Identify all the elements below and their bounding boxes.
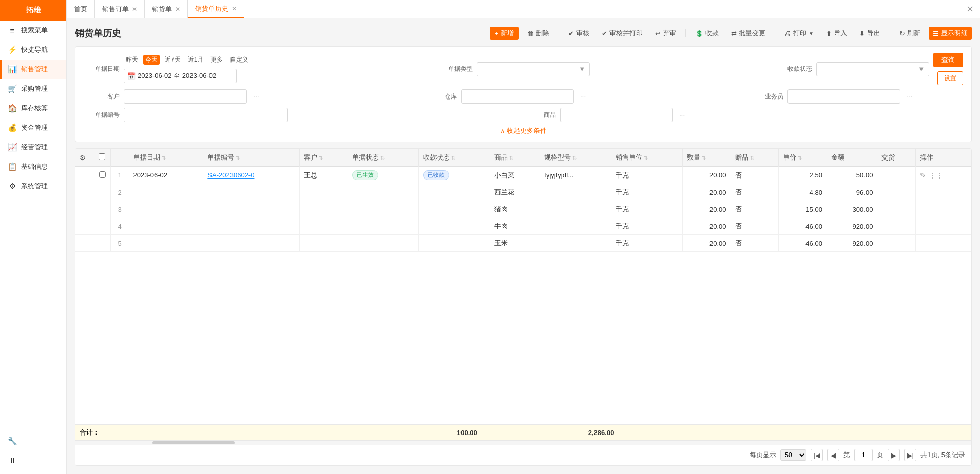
doc-status-sort-icon[interactable]: ⇅ <box>380 155 385 161</box>
doc-no-sort-icon[interactable]: ⇅ <box>236 155 240 161</box>
tab-sales-delivery-close-icon[interactable]: ✕ <box>175 6 180 13</box>
doc-type-select[interactable]: ▼ <box>477 62 590 76</box>
cell-doc-no[interactable] <box>203 218 300 235</box>
doc-no-link[interactable]: SA-20230602-0 <box>207 171 254 179</box>
sidebar-item-finance[interactable]: 💰 资金管理 <box>0 118 66 137</box>
scrollbar-thumb[interactable] <box>152 441 235 444</box>
cell-doc-no[interactable] <box>203 235 300 252</box>
sidebar-item-inventory[interactable]: 🏠 库存核算 <box>0 98 66 118</box>
tab-sales-history-close-icon[interactable]: ✕ <box>232 5 237 12</box>
sidebar-item-purchase-mgmt[interactable]: 🛒 采购管理 <box>0 79 66 98</box>
query-button[interactable]: 查询 <box>933 53 963 67</box>
date-shortcut-7days[interactable]: 近7天 <box>163 55 183 65</box>
sidebar-item-basic-info[interactable]: 📋 基础信息 <box>0 157 66 176</box>
close-all-tabs-button[interactable]: ✕ <box>960 4 980 15</box>
cell-doc-no[interactable]: SA-20230602-0 <box>203 167 300 184</box>
add-button[interactable]: + 新增 <box>490 27 520 40</box>
sidebar-item-quick-nav[interactable]: ⚡ 快捷导航 <box>0 40 66 60</box>
show-detail-button[interactable]: ☰ 显示明细 <box>929 27 972 40</box>
pay-status-select[interactable]: ▼ <box>816 62 929 76</box>
date-shortcut-yesterday[interactable]: 昨天 <box>124 55 140 65</box>
cell-checkbox[interactable] <box>94 218 110 235</box>
th-pay-status[interactable]: 收款状态 ⇅ <box>419 149 490 167</box>
import-button[interactable]: ⬆ 导入 <box>822 27 851 40</box>
page-size-select[interactable]: 50 100 200 <box>780 449 806 461</box>
refresh-button[interactable]: ↻ 刷新 <box>895 27 925 40</box>
unit-sort-icon[interactable]: ⇅ <box>644 155 648 161</box>
sidebar-item-ops-mgmt[interactable]: 📈 经营管理 <box>0 137 66 157</box>
customer-sort-icon[interactable]: ⇅ <box>319 155 323 161</box>
add-icon: + <box>495 30 499 37</box>
delete-button[interactable]: 🗑 删除 <box>523 27 553 40</box>
doc-date-sort-icon[interactable]: ⇅ <box>162 155 166 161</box>
th-qty[interactable]: 数量 ⇅ <box>682 149 731 167</box>
th-checkbox[interactable] <box>94 149 110 167</box>
sidebar-item-sales-mgmt[interactable]: 📊 销售管理 <box>0 60 66 79</box>
sidebar-item-search-menu[interactable]: ≡ 搜索菜单 <box>0 21 66 40</box>
goods-input[interactable] <box>560 108 673 122</box>
page-input[interactable] <box>854 449 873 461</box>
date-shortcut-custom[interactable]: 自定义 <box>228 55 251 65</box>
qty-sort-icon[interactable]: ⇅ <box>702 155 706 161</box>
th-settings[interactable]: ⚙ <box>75 149 94 167</box>
date-shortcut-1month[interactable]: 近1月 <box>186 55 206 65</box>
goods-sort-icon[interactable]: ⇅ <box>509 155 513 161</box>
cell-checkbox[interactable] <box>94 201 110 218</box>
pay-status-sort-icon[interactable]: ⇅ <box>451 155 455 161</box>
cell-checkbox[interactable] <box>94 184 110 201</box>
batch-change-button[interactable]: ⇄ 批量变更 <box>727 27 770 40</box>
date-shortcut-today[interactable]: 今天 <box>143 55 160 65</box>
tab-sales-delivery[interactable]: 销货单 ✕ <box>145 0 188 18</box>
spec-sort-icon[interactable]: ⇅ <box>572 155 577 161</box>
th-gift[interactable]: 赠品 ⇅ <box>731 149 779 167</box>
edit-action-icon[interactable]: ✎ <box>920 171 926 180</box>
setting-button[interactable]: 设置 <box>937 71 963 85</box>
customer-ellipsis[interactable]: ··· <box>253 92 259 101</box>
price-sort-icon[interactable]: ⇅ <box>798 155 802 161</box>
audit-print-button[interactable]: ✔ 审核并打印 <box>598 27 647 40</box>
staff-input[interactable] <box>787 89 900 104</box>
sidebar-bottom-collapse[interactable]: ⏸ <box>0 451 66 470</box>
th-goods[interactable]: 商品 ⇅ <box>490 149 540 167</box>
first-page-button[interactable]: |◀ <box>811 449 823 461</box>
cell-doc-no[interactable] <box>203 201 300 218</box>
th-doc-date[interactable]: 单据日期 ⇅ <box>129 149 203 167</box>
more-action-icon[interactable]: ⋮⋮ <box>929 171 944 180</box>
date-shortcut-more[interactable]: 更多 <box>208 55 225 65</box>
cell-checkbox[interactable] <box>94 235 110 252</box>
tab-sales-order[interactable]: 销售订单 ✕ <box>95 0 145 18</box>
docno-input[interactable] <box>124 108 288 122</box>
sidebar-item-label: 基础信息 <box>21 162 48 171</box>
print-button[interactable]: 🖨 打印 ▼ <box>780 27 818 40</box>
collapse-filter-link[interactable]: ∧ 收起更多条件 <box>500 126 547 135</box>
cell-checkbox[interactable] <box>94 167 110 184</box>
collect-button[interactable]: 💲 收款 <box>691 27 723 40</box>
tab-sales-history[interactable]: 销货单历史 ✕ <box>188 0 244 18</box>
warehouse-ellipsis[interactable]: ··· <box>580 92 586 101</box>
staff-ellipsis[interactable]: ··· <box>907 92 913 101</box>
th-doc-status[interactable]: 单据状态 ⇅ <box>348 149 419 167</box>
prev-page-button[interactable]: ◀ <box>827 449 839 461</box>
goods-ellipsis[interactable]: ··· <box>679 111 685 119</box>
th-doc-no[interactable]: 单据编号 ⇅ <box>203 149 300 167</box>
cell-doc-no[interactable] <box>203 184 300 201</box>
th-price[interactable]: 单价 ⇅ <box>779 149 827 167</box>
th-spec[interactable]: 规格型号 ⇅ <box>540 149 611 167</box>
warehouse-input[interactable] <box>461 89 574 104</box>
next-page-button[interactable]: ▶ <box>888 449 900 461</box>
export-button[interactable]: ⬇ 导出 <box>855 27 885 40</box>
tab-sales-order-close-icon[interactable]: ✕ <box>132 6 137 13</box>
row-checkbox[interactable] <box>99 171 106 178</box>
last-page-button[interactable]: ▶| <box>904 449 916 461</box>
customer-input[interactable] <box>124 89 247 104</box>
audit-button[interactable]: ✔ 审核 <box>564 27 593 40</box>
gift-sort-icon[interactable]: ⇅ <box>750 155 754 161</box>
th-unit[interactable]: 销售单位 ⇅ <box>611 149 683 167</box>
date-range-input[interactable]: 📅 2023-06-02 至 2023-06-02 <box>124 69 237 83</box>
tab-home[interactable]: 首页 <box>67 0 95 18</box>
sidebar-item-sys-mgmt[interactable]: ⚙ 系统管理 <box>0 176 66 196</box>
sidebar-bottom-settings[interactable]: 🔧 <box>0 431 66 451</box>
th-customer[interactable]: 客户 ⇅ <box>299 149 348 167</box>
abandon-button[interactable]: ↩ 弃审 <box>651 27 680 40</box>
select-all-checkbox[interactable] <box>99 153 105 160</box>
